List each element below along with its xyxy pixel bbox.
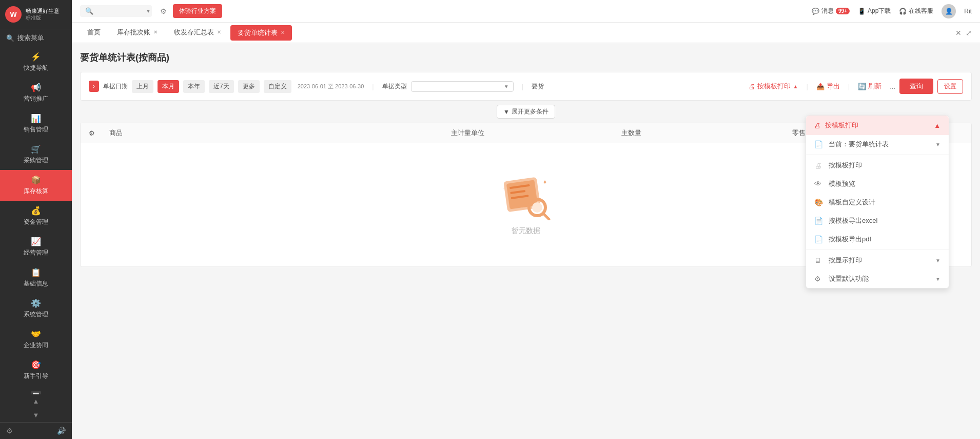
tab-batch-account[interactable]: 库存批次账 ✕ [110,25,165,41]
footer-settings-icon[interactable]: ⚙ [6,427,13,435]
sidebar-item-system[interactable]: ⚙️ 系统管理 [0,293,72,324]
dropdown-template-excel[interactable]: 📄 按模板导出excel [806,212,949,230]
current-template-arrow: ▼ [935,142,940,147]
refresh-btn[interactable]: 🔄 刷新 [858,82,881,91]
date-btn-custom[interactable]: 自定义 [264,80,291,93]
date-btn-this-month[interactable]: 本月 [158,80,179,93]
sidebar-item-marketing[interactable]: 📢 营销推广 [0,78,72,108]
sidebar-item-label: 采购管理 [24,156,48,165]
toolbar-dots[interactable]: ... [890,83,895,90]
topbar-search-box[interactable]: 🔍 ▼ [80,5,152,17]
sidebar-item-guide[interactable]: 🎯 新手引导 [0,355,72,386]
user-name: Rit [964,8,972,15]
sidebar-item-operation[interactable]: 📈 经营管理 [0,232,72,262]
sidebar-scroll-up[interactable]: ▲ [0,394,72,408]
tab-order-stats-close[interactable]: ✕ [281,30,285,35]
sidebar-item-label: 企业协同 [24,341,48,350]
sidebar-search[interactable]: 🔍 搜索菜单 [0,29,72,47]
tab-maximize-icon[interactable]: ⤢ [966,29,972,37]
sales-icon: 📊 [31,113,41,123]
message-label: 消息 [821,7,834,15]
customer-service-label: 在线客服 [909,7,933,15]
empty-icon: ✦ · [500,174,552,220]
sidebar-scroll-down[interactable]: ▼ [0,408,72,422]
sidebar-item-label: 销售管理 [24,125,48,134]
sidebar: W 畅康通好生意 标准版 🔍 搜索菜单 ⚡ 快捷导航 📢 营销推广 📊 销售管理… [0,0,72,439]
date-btn-7days[interactable]: 近7天 [209,80,234,93]
svg-point-6 [532,202,542,213]
col-settings[interactable]: ⚙ [89,129,109,137]
tab-collect-summary[interactable]: 收发存汇总表 ✕ [167,25,228,41]
app-download-item[interactable]: 📱 App下载 [858,7,891,15]
tab-close-window-icon[interactable]: ✕ [955,29,962,37]
template-design-icon: 🎨 [814,198,824,206]
sidebar-item-finance[interactable]: 💰 资金管理 [0,201,72,232]
tab-collect-summary-close[interactable]: ✕ [217,29,221,35]
print-template-btn[interactable]: 🖨 按模板打印 ▲ [749,82,798,91]
dropdown-template-preview[interactable]: 👁 模板预览 [806,175,949,193]
tab-order-stats[interactable]: 要货单统计表 ✕ [230,25,292,41]
dropdown-template-print[interactable]: 🖨 按模板打印 [806,156,949,175]
dropdown-template-design[interactable]: 🎨 模板自定义设计 [806,193,949,212]
app-version: 标准版 [26,14,60,22]
experience-button[interactable]: 体验行业方案 [173,4,222,18]
print-dropdown-header-left: 🖨 按模板打印 [814,121,858,130]
template-pdf-icon: 📄 [814,235,824,243]
date-btn-last-month[interactable]: 上月 [132,80,153,93]
topbar-search-dropdown-icon[interactable]: ▼ [146,8,151,14]
topbar-search-input[interactable] [96,8,143,15]
sidebar-item-quick-nav[interactable]: ⚡ 快捷导航 [0,47,72,78]
marketing-icon: 📢 [31,83,41,92]
customer-service-item[interactable]: 🎧 在线客服 [899,7,933,15]
dropdown-template-pdf[interactable]: 📄 按模板导出pdf [806,230,949,249]
date-btn-more[interactable]: 更多 [238,80,260,93]
sidebar-footer: ⚙ 🔊 [0,422,72,439]
print-current-template[interactable]: 📄 当前：要货单统计表 ▼ [806,135,949,154]
tab-actions: ✕ ⤢ [955,29,972,37]
dropdown-display-print[interactable]: 🖥 按显示打印 ▼ [806,251,949,270]
expand-more-button[interactable]: ▼ 展开更多条件 [497,105,555,119]
sidebar-item-purchase[interactable]: 🛒 采购管理 [0,139,72,170]
template-preview-icon: 👁 [814,180,824,188]
default-func-left: ⚙ 设置默认功能 [814,274,869,283]
print-actions-row: 🖨 按模板打印 ▲ | 📤 导出 | 🔄 刷新 ... [749,82,895,91]
customer-service-icon: 🎧 [899,8,907,15]
message-icon: 💬 [812,8,819,15]
sidebar-item-app-center[interactable]: 🔲 应用中心 [0,386,72,394]
col-qty: 主数量 [621,128,792,138]
app-center-icon: 🔲 [31,391,41,394]
export-icon: 📤 [816,83,825,90]
display-print-arrow: ▼ [935,258,940,263]
col-product: 商品 [109,128,451,138]
sidebar-item-inventory[interactable]: 📦 库存核算 [0,170,72,201]
filter-expand-icon[interactable]: › [89,81,99,92]
date-range: 2023-06-01 至 2023-06-30 [298,83,364,90]
sidebar-item-cooperation[interactable]: 🤝 企业协同 [0,324,72,355]
topbar-gear-icon[interactable]: ⚙ [160,7,167,15]
user-avatar[interactable]: 👤 [942,4,956,18]
cooperation-icon: 🤝 [31,329,41,339]
export-btn[interactable]: 📤 导出 [816,82,840,91]
filter-type-dropdown-icon: ▼ [504,84,509,89]
sidebar-item-label: 经营管理 [24,249,48,257]
filter-type-select[interactable]: ▼ [411,81,514,92]
print-dropdown-close-icon[interactable]: ▲ [934,122,940,129]
tab-home[interactable]: 首页 [80,25,108,41]
sidebar-item-sales[interactable]: 📊 销售管理 [0,108,72,139]
date-btn-this-year[interactable]: 本年 [183,80,205,93]
filter-yaohuo-label: 要货 [532,82,544,91]
col-settings-icon[interactable]: ⚙ [89,129,95,137]
tab-batch-account-close[interactable]: ✕ [153,29,158,35]
col-qty-label: 主数量 [621,128,641,138]
query-button[interactable]: 查询 [899,79,933,94]
sidebar-item-basic[interactable]: 📋 基础信息 [0,262,72,293]
tab-order-stats-label: 要货单统计表 [238,28,278,37]
print-dropdown-toggle-icon[interactable]: ▲ [793,84,798,89]
topbar: 🔍 ▼ ⚙ 体验行业方案 💬 消息 99+ 📱 App下载 🎧 在线客服 👤 R… [72,0,980,23]
settings-button[interactable]: 设置 [937,79,963,94]
message-item[interactable]: 💬 消息 99+ [812,7,850,15]
topbar-right: 💬 消息 99+ 📱 App下载 🎧 在线客服 👤 Rit [812,4,972,18]
sidebar-item-label: 库存核算 [24,187,48,196]
dropdown-default-func[interactable]: ⚙ 设置默认功能 ▼ [806,270,949,288]
footer-speaker-icon[interactable]: 🔊 [57,427,66,435]
